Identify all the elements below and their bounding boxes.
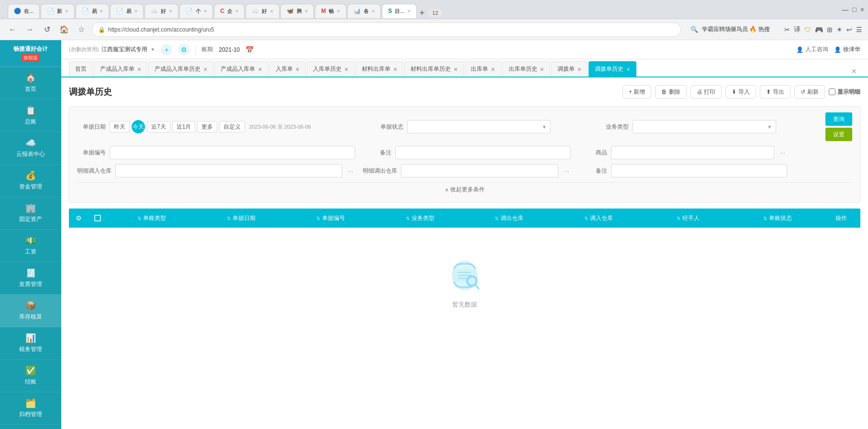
more-button[interactable]: 更多 <box>197 121 217 132</box>
bookmark-button[interactable]: ☆ <box>75 23 88 36</box>
custom-button[interactable]: 自定义 <box>219 121 245 132</box>
show-all-toggle[interactable]: 显示明细 <box>829 88 860 96</box>
note-input[interactable] <box>611 164 787 177</box>
extension-icon-1[interactable]: 🛡 <box>804 26 811 33</box>
reload-button[interactable]: ↺ <box>40 23 54 36</box>
browser-tab-10[interactable]: M 畅 × <box>315 4 346 18</box>
sort-icon-in-wh[interactable]: ⇅ <box>584 216 588 221</box>
sidebar-item-funds[interactable]: 💰 资金管理 <box>0 165 61 197</box>
minimize-button[interactable]: — <box>842 6 848 13</box>
tab-transfer-history[interactable]: 调拨单历史 × <box>589 61 636 77</box>
sidebar-item-inventory[interactable]: 📦 库存核算 <box>0 295 61 327</box>
delete-button[interactable]: 🗑 删除 <box>655 85 686 99</box>
tab-product-in-2-close[interactable]: × <box>258 66 262 73</box>
refresh-button[interactable]: ↺ 刷新 <box>794 85 825 99</box>
back-button[interactable]: ← <box>6 23 19 36</box>
browser-tab-6[interactable]: 📄 个 × <box>179 4 213 18</box>
company-selector[interactable]: (勿删勿禁用) 江西服宝测试专用 ▼ <box>69 45 155 54</box>
new-tab-button[interactable]: + <box>420 8 425 18</box>
detail-in-wh-input[interactable] <box>115 164 342 177</box>
user-service-btn[interactable]: 👤 人工咨询 <box>796 45 828 54</box>
sidebar-item-tax[interactable]: 📊 税务管理 <box>0 327 61 360</box>
tab-transfer-history-close[interactable]: × <box>626 66 630 73</box>
browser-tab-5[interactable]: ☁️ 好 × <box>145 4 178 18</box>
sidebar-item-ledger[interactable]: 📋 总账 <box>0 99 61 132</box>
sidebar-item-close[interactable]: ✅ 结账 <box>0 360 61 392</box>
print-button[interactable]: 🖨 打印 <box>690 85 722 99</box>
browser-tab-2[interactable]: 📄 新 × <box>41 4 74 18</box>
tab-product-in-history-close[interactable]: × <box>203 66 207 73</box>
tab-transfer[interactable]: 调拨单 × <box>551 61 588 77</box>
extension-icon-2[interactable]: 🎮 <box>815 26 823 33</box>
tab-out-history-close[interactable]: × <box>540 66 544 73</box>
user-profile-btn[interactable]: 👤 徐泽华 <box>834 45 860 54</box>
tab-material-out[interactable]: 材料出库单 × <box>356 61 403 77</box>
translate-icon[interactable]: 译 <box>794 25 801 34</box>
import-button[interactable]: ⬇ 导入 <box>725 85 756 99</box>
sidebar-item-cloud-report[interactable]: ☁️ 云报表中心 <box>0 132 61 165</box>
sort-icon-number[interactable]: ⇅ <box>316 216 320 221</box>
detail-in-wh-ellipsis[interactable]: ··· <box>346 167 355 175</box>
tab-product-in-2[interactable]: 产成品入库单 × <box>214 61 268 77</box>
tab-product-in[interactable]: 产成品入库单 × <box>94 61 147 77</box>
show-all-checkbox[interactable] <box>829 88 835 95</box>
detail-out-wh-input[interactable] <box>401 164 558 177</box>
tab-out-order[interactable]: 出库单 × <box>465 61 501 77</box>
biz-type-select[interactable]: ▼ <box>633 120 776 133</box>
maximize-button[interactable]: □ <box>852 6 856 13</box>
sidebar-item-home[interactable]: 🏠 首页 <box>0 67 61 99</box>
undo-icon[interactable]: ↩ <box>846 26 852 33</box>
yesterday-button[interactable]: 昨天 <box>110 121 130 132</box>
sidebar-item-salary[interactable]: 💵 工资 <box>0 230 61 262</box>
export-button[interactable]: ⬆ 导出 <box>760 85 790 99</box>
browser-tab-12[interactable]: S 目... × <box>382 4 417 18</box>
tab-transfer-close[interactable]: × <box>578 66 581 73</box>
browser-tab-9[interactable]: 🦋 腾 × <box>280 4 314 18</box>
company-settings-button[interactable]: ⚙ <box>178 44 189 55</box>
7days-button[interactable]: 近7天 <box>147 121 170 132</box>
new-button[interactable]: + 新增 <box>623 85 651 99</box>
query-button[interactable]: 查询 <box>825 112 852 126</box>
browser-tab-8[interactable]: ☁️ 好 × <box>245 4 279 18</box>
th-checkbox[interactable] <box>88 215 107 221</box>
browser-tab-3[interactable]: 📄 易 × <box>76 4 109 18</box>
tab-product-in-close[interactable]: × <box>137 66 141 73</box>
tab-in-order-close[interactable]: × <box>296 66 300 73</box>
goods-input[interactable] <box>611 146 774 159</box>
tab-in-order[interactable]: 入库单 × <box>269 61 306 77</box>
forward-button[interactable]: → <box>23 23 36 36</box>
address-bar[interactable]: 🔒 https://cloud.chanjet.com/accounting/u… <box>92 22 681 37</box>
today-button[interactable]: 今天 <box>132 120 145 133</box>
sort-icon-out-wh[interactable]: ⇅ <box>495 216 499 221</box>
tab-material-out-close[interactable]: × <box>393 66 397 73</box>
browser-tab-11[interactable]: 📊 各 × <box>347 4 381 18</box>
browser-tab-4[interactable]: 📄 易 × <box>110 4 144 18</box>
goods-ellipsis-button[interactable]: ··· <box>778 149 787 156</box>
tab-in-history-close[interactable]: × <box>345 66 348 73</box>
calendar-icon[interactable]: 📅 <box>245 46 254 54</box>
sort-icon-handler[interactable]: ⇅ <box>677 216 680 221</box>
collapse-button[interactable]: ∧ 收起更多条件 <box>77 182 852 197</box>
add-company-button[interactable]: + <box>161 44 172 55</box>
tab-out-history[interactable]: 出库单历史 × <box>502 61 550 77</box>
remark-input[interactable] <box>395 146 571 159</box>
settings-button[interactable]: 设置 <box>825 128 852 141</box>
tab-out-order-close[interactable]: × <box>491 66 495 73</box>
sidebar-item-invoice[interactable]: 🧾 发票管理 <box>0 262 61 295</box>
sidebar-item-archive[interactable]: 🗂️ 归档管理 <box>0 392 61 425</box>
1month-button[interactable]: 近1月 <box>172 121 196 132</box>
browser-tab-1[interactable]: 🔵 在... <box>8 4 40 18</box>
tab-material-out-history-close[interactable]: × <box>454 66 457 73</box>
theme-icon[interactable]: ☀ <box>836 26 843 33</box>
tab-in-history[interactable]: 入库单历史 × <box>307 61 355 77</box>
th-settings[interactable]: ⚙ <box>69 214 88 222</box>
tab-home[interactable]: 首页 <box>69 61 93 77</box>
close-all-tabs-button[interactable]: × <box>847 66 860 77</box>
tab-product-in-history[interactable]: 产成品入库单历史 × <box>148 61 213 77</box>
sidebar-item-fixed-assets[interactable]: 🏢 固定资产 <box>0 197 61 230</box>
sort-icon-date[interactable]: ⇅ <box>227 216 231 221</box>
sort-icon-status[interactable]: ⇅ <box>763 216 767 221</box>
header-checkbox[interactable] <box>94 215 101 221</box>
apps-icon[interactable]: ⊞ <box>827 26 833 33</box>
detail-out-wh-ellipsis[interactable]: ··· <box>562 167 571 175</box>
